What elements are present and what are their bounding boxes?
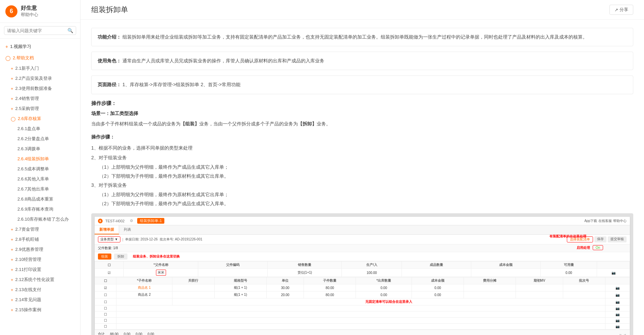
std-cb2: ☐	[95, 291, 116, 298]
th-avail: 可用量	[541, 262, 597, 269]
annotation-3: 启用处理	[577, 245, 590, 250]
sidebar-item-system[interactable]: + 2.12系统个性化设置	[8, 275, 80, 285]
path-text: 1、库存核算->库存管理->组装拆卸单 2、首页->常用功能	[122, 82, 240, 87]
sidebar-item-mobile[interactable]: + 2.8手机旺铺	[8, 234, 80, 244]
sth-spec: 规格型号	[214, 277, 266, 284]
footer-val2: 0.00	[124, 332, 130, 335]
std-alloc2	[464, 291, 516, 298]
mock-save-btn: 保存	[594, 236, 606, 242]
label-fund: 2.7资金管理	[15, 226, 39, 232]
sidebar-item-prodcost[interactable]: 2.6.8商品成本重算	[11, 194, 80, 204]
sidebar-item-faq[interactable]: + 2.14常见问题	[8, 295, 80, 305]
expand-icon-coupon: +	[11, 247, 13, 252]
step-2-2: （2）下部明细为子件明细，最终作为原材料生成其它出库单。	[99, 172, 633, 181]
table-row: ☐ 无固定清单可以组合在这里录入 📷	[95, 298, 630, 305]
label-mobile: 2.8手机旺铺	[15, 236, 39, 242]
logo-area: 6 好生意 帮助中心	[0, 0, 80, 23]
table-row: ☐ 📷	[95, 324, 630, 330]
expand-icon-video: +	[5, 44, 8, 49]
std-name1: 商品名 1	[116, 284, 172, 291]
sidebar-item-install[interactable]: + 2.2产品安装及登录	[8, 73, 80, 83]
sidebar-item-prepare[interactable]: + 2.3使用前数据准备	[8, 83, 80, 94]
sidebar-item-assemble[interactable]: 2.6.4组装拆卸单	[11, 154, 80, 164]
std-cost2: 0.00	[412, 291, 464, 298]
expand-icon-system: +	[11, 277, 13, 282]
mock-parent-table: ☐ *父件名称 父件编码 销售数量 生产/入 成品数量 成本金额 可用量	[95, 261, 630, 277]
sidebar-item-video[interactable]: + 1.视频学习	[0, 41, 80, 52]
nav-section-video: + 1.视频学习	[0, 41, 80, 52]
sidebar-item-adjust[interactable]: 2.6.3调拨单	[11, 144, 80, 154]
std-cb3: ☐	[95, 298, 116, 305]
mock-parent-table-wrap: ☐ *父件名称 父件编码 销售数量 生产/入 成品数量 成本金额 可用量	[95, 261, 630, 277]
mock-toolbar: 业务类型 ▼ | 单据日期: 2019-12-26 批次单号: AD-20191…	[95, 235, 630, 244]
mock-disassemble-btn[interactable]: 拆卸	[114, 254, 127, 260]
th-code: 父件编码	[198, 262, 268, 269]
sidebar-item-in[interactable]: 2.6.6其他入库单	[11, 174, 80, 184]
sidebar-item-print[interactable]: + 2.11打印设置	[8, 265, 80, 275]
td-name1-val: 米米	[156, 270, 166, 276]
label-faq: 2.14常见问题	[15, 297, 41, 303]
sidebar-item-purchase[interactable]: + 2.5采购管理	[8, 104, 80, 114]
mock-batch: 批次单号: AD-20191226-001	[160, 237, 202, 242]
label-in: 2.6.6其他入库单	[17, 176, 49, 182]
std-spec2: 规(1 + 1)	[214, 291, 266, 298]
path-block: 页面路径： 1、库存核算->库存管理->组装拆卸单 2、首页->常用功能	[91, 75, 633, 94]
search-icon[interactable]: 🔍	[67, 28, 73, 33]
std-cb6: ☐	[95, 318, 116, 324]
std-empty7	[116, 324, 605, 330]
annotation-2: 组装业务、拆卸业务在这里切换	[133, 254, 180, 259]
sidebar-item-online[interactable]: + 2.13在线支付	[8, 285, 80, 295]
mock-sub-table: ☐ *子件名称 关联行 规格型号 单位 子件数量 *出库数量 成本金额 费用分摊	[95, 277, 630, 330]
expand-icon-inventory: ◯	[11, 116, 16, 121]
mock-select-bom[interactable]: 选择装配清单	[567, 236, 593, 242]
search-input[interactable]	[7, 28, 67, 33]
intro-text: 组装拆卸单用来处理企业组装或拆卸等加工业务，支持有固定装配清单的产品加工业务，也…	[122, 34, 587, 40]
sidebar-item-sales[interactable]: + 2.4销售管理	[8, 94, 80, 104]
td-cb1: ☑	[95, 269, 124, 277]
sidebar-item-error[interactable]: 2.6.10库存账本错了怎么办	[11, 214, 80, 224]
step-1: 1、根据不同的业务，选择不同单据的类型来处理	[91, 144, 633, 153]
sidebar-item-new[interactable]: + 2.1新手入门	[8, 63, 80, 73]
std-empty4	[116, 305, 605, 312]
table-row: ☐ 📷	[95, 312, 630, 318]
std-name3	[116, 298, 172, 305]
sidebar-item-coupon[interactable]: + 2.9优惠券管理	[8, 244, 80, 255]
sidebar-item-ledger[interactable]: 2.6.9库存账本查询	[11, 204, 80, 214]
std-outqty2: 0.00	[356, 291, 412, 298]
search-box[interactable]: 🔍	[4, 26, 76, 35]
nav-section-help: ◯ 2.帮助文档 + 2.1新手入门 + 2.2产品安装及登录 + 2.3使用前…	[0, 53, 80, 315]
sidebar-item-mgmt[interactable]: + 2.10经营管理	[8, 255, 80, 265]
scene1-title: 场景一：加工类型选择	[91, 111, 633, 117]
sidebar-item-stocktake[interactable]: 2.6.1盘点单	[11, 124, 80, 134]
label-cost: 2.6.5成本调整单	[17, 166, 49, 172]
sidebar-item-out[interactable]: 2.6.7其他出库单	[11, 184, 80, 194]
sidebar-item-stocktake2[interactable]: 2.6.2分量盘点单	[11, 134, 80, 144]
label-system: 2.12系统个性化设置	[15, 277, 54, 283]
sidebar-item-fund[interactable]: + 2.7资金管理	[8, 224, 80, 234]
sth-cb: ☐	[95, 277, 116, 284]
sidebar-item-cases[interactable]: + 2.15操作案例	[8, 305, 80, 315]
label-mgmt: 2.10经营管理	[15, 257, 41, 263]
sidebar-item-inventory[interactable]: ◯ 2.6库存核算	[8, 114, 80, 124]
intro-label: 功能介绍：	[98, 34, 121, 40]
mock-assemble-btn[interactable]: 组装	[98, 254, 111, 260]
label-sales: 2.4销售管理	[15, 96, 39, 102]
steps-list: 1、根据不同的业务，选择不同单据的类型来处理 2、对于组装业务 （1）上部明细为…	[91, 144, 633, 208]
sidebar-item-cost[interactable]: 2.6.5成本调整单	[11, 164, 80, 174]
label-new: 2.1新手入门	[15, 65, 39, 71]
mock-parent-thead: ☐ *父件名称 父件编码 销售数量 生产/入 成品数量 成本金额 可用量	[95, 262, 630, 269]
mock-top-right: App下载在线客服帮助中心	[584, 219, 627, 223]
expand-icon-fund: +	[11, 227, 13, 232]
nav-tree: + 1.视频学习 ◯ 2.帮助文档 + 2.1新手入门 + 2.2产品安装及登录	[0, 39, 80, 335]
std-rel1	[172, 284, 214, 291]
mock-date: 单据日期: 2019-12-26	[125, 237, 158, 242]
content-area: 功能介绍： 组装拆卸单用来处理企业组装或拆卸等加工业务，支持有固定装配清单的产品…	[80, 20, 644, 335]
std-cb4: ☐	[95, 305, 116, 312]
std-empty5	[116, 312, 605, 318]
label-error: 2.6.10库存账本错了怎么办	[17, 216, 69, 222]
sidebar-item-help[interactable]: ◯ 2.帮助文档	[0, 53, 80, 63]
share-button[interactable]: ↗ 分享	[609, 5, 633, 15]
std-batch1	[563, 284, 605, 291]
th-sales: 销售数量	[268, 262, 342, 269]
mock-toolbar-btns: 选择装配清单 保存 提交审核	[567, 236, 627, 242]
